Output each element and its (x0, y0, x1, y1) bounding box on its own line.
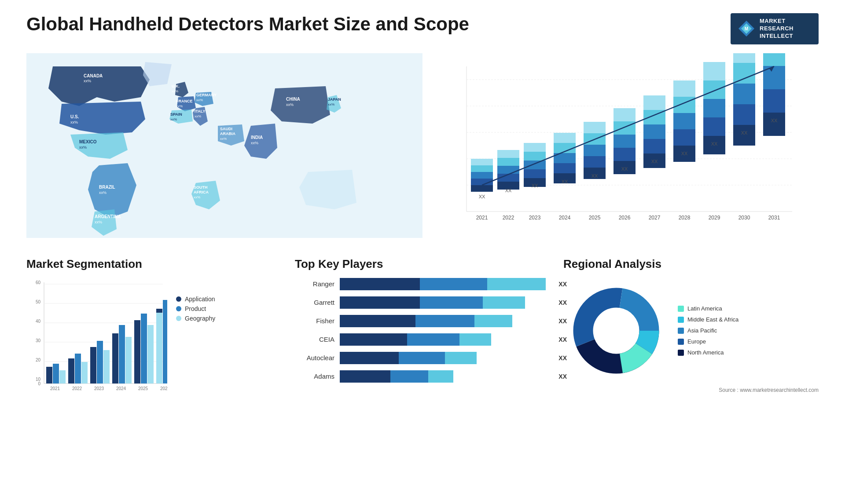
svg-text:xx%: xx% (220, 137, 227, 141)
logo-text: MARKET RESEARCH INTELLECT (760, 18, 794, 40)
legend-asia-pacific: Asia Pacific (678, 327, 738, 334)
svg-rect-144 (97, 341, 103, 383)
svg-rect-99 (733, 84, 755, 104)
svg-rect-47 (471, 159, 493, 165)
player-name-garrett: Garrett (295, 299, 334, 306)
regional-section: Regional Analysis (563, 257, 819, 407)
svg-rect-46 (471, 165, 493, 172)
player-bar-adams: XX (340, 370, 550, 383)
source-text: Source : www.marketresearchintellect.com (563, 387, 819, 393)
svg-text:XX: XX (479, 194, 485, 199)
svg-rect-135 (46, 367, 52, 383)
svg-rect-45 (471, 172, 493, 179)
svg-rect-52 (497, 158, 519, 166)
svg-text:M: M (745, 26, 748, 31)
logo-icon: M (738, 20, 755, 37)
legend-dot-geography (176, 316, 181, 321)
svg-rect-145 (103, 350, 110, 383)
svg-rect-81 (643, 124, 665, 139)
svg-text:2031: 2031 (768, 215, 780, 221)
svg-text:2021: 2021 (50, 386, 60, 391)
bar-chart-svg: XX XX XX XX (440, 53, 801, 238)
legend-north-america: North America (678, 349, 738, 356)
svg-text:2025: 2025 (138, 386, 148, 391)
svg-text:XX: XX (621, 166, 628, 172)
svg-text:JAPAN: JAPAN (328, 97, 341, 102)
segmentation-section: Market Segmentation 60 50 40 30 20 10 0 (26, 257, 282, 407)
svg-text:2028: 2028 (679, 215, 691, 221)
legend-dot-product (176, 306, 181, 311)
legend-label-latin-america: Latin America (687, 305, 722, 312)
svg-rect-156 (163, 300, 167, 383)
svg-text:FRANCE: FRANCE (176, 99, 193, 103)
legend-label-asia-pacific: Asia Pacific (687, 327, 717, 334)
svg-rect-77 (614, 108, 636, 121)
svg-text:2022: 2022 (503, 215, 514, 221)
svg-rect-62 (554, 163, 576, 173)
svg-text:50: 50 (36, 299, 41, 304)
logo: M MARKET RESEARCH INTELLECT (731, 13, 819, 44)
svg-text:U.K.: U.K. (172, 84, 180, 88)
svg-rect-139 (68, 358, 74, 383)
svg-text:ARGENTINA: ARGENTINA (95, 214, 121, 219)
svg-text:30: 30 (36, 338, 41, 343)
legend-label-europe: Europe (687, 338, 706, 345)
donut-container: Latin America Middle East & Africa Asia … (563, 278, 819, 383)
svg-text:2022: 2022 (72, 386, 82, 391)
player-row-ranger: Ranger XX (295, 278, 550, 290)
svg-rect-103 (763, 113, 785, 136)
svg-text:2026: 2026 (160, 386, 167, 391)
svg-rect-98 (733, 104, 755, 125)
svg-text:SAUDI: SAUDI (220, 127, 232, 131)
svg-text:GERMANY: GERMANY (196, 93, 217, 97)
svg-rect-95 (703, 62, 725, 80)
svg-text:xx%: xx% (95, 220, 102, 224)
svg-text:SPAIN: SPAIN (170, 112, 182, 117)
svg-rect-56 (524, 169, 546, 178)
legend-label-product: Product (185, 305, 206, 312)
svg-text:MEXICO: MEXICO (79, 139, 97, 144)
svg-rect-43 (471, 185, 493, 192)
legend-dot-application (176, 296, 181, 302)
page-title: Global Handheld Detectors Market Size an… (26, 13, 469, 35)
svg-text:xx%: xx% (194, 195, 200, 199)
player-name-autoclear: Autoclear (295, 354, 334, 362)
svg-text:60: 60 (36, 280, 41, 285)
svg-rect-157 (156, 313, 162, 383)
svg-rect-140 (75, 354, 81, 383)
svg-text:XX: XX (562, 179, 568, 184)
key-players-title: Top Key Players (295, 257, 550, 271)
svg-text:INDIA: INDIA (251, 135, 263, 140)
svg-text:CANADA: CANADA (84, 73, 103, 78)
legend-label-geography: Geography (185, 315, 215, 322)
svg-text:XX: XX (741, 130, 748, 135)
svg-text:2024: 2024 (116, 386, 126, 391)
svg-rect-93 (703, 99, 725, 117)
svg-point-164 (595, 310, 637, 352)
legend-product: Product (176, 305, 215, 312)
regional-title: Regional Analysis (563, 257, 819, 271)
svg-text:XX: XX (532, 183, 538, 188)
svg-text:2023: 2023 (94, 386, 104, 391)
svg-text:2026: 2026 (619, 215, 631, 221)
svg-rect-141 (81, 362, 88, 383)
svg-text:xx%: xx% (195, 114, 201, 118)
legend-geography: Geography (176, 315, 215, 322)
svg-text:40: 40 (36, 319, 41, 324)
legend-label-application: Application (185, 296, 215, 303)
svg-text:xx%: xx% (328, 102, 334, 106)
world-map: CANADA xx% U.S. xx% MEXICO xx% BRAZIL xx… (26, 53, 422, 238)
svg-text:2027: 2027 (649, 215, 661, 221)
svg-rect-148 (119, 325, 125, 383)
svg-rect-74 (614, 148, 636, 161)
player-name-ranger: Ranger (295, 280, 334, 288)
segmentation-title: Market Segmentation (26, 257, 282, 271)
svg-rect-147 (112, 333, 118, 383)
svg-text:XX: XX (771, 118, 778, 123)
svg-text:2023: 2023 (529, 215, 541, 221)
svg-text:2025: 2025 (589, 215, 601, 221)
svg-text:xx%: xx% (196, 98, 203, 102)
svg-text:BRAZIL: BRAZIL (99, 185, 115, 190)
donut-chart (563, 278, 669, 383)
legend-label-middle-east: Middle East & Africa (687, 316, 738, 323)
